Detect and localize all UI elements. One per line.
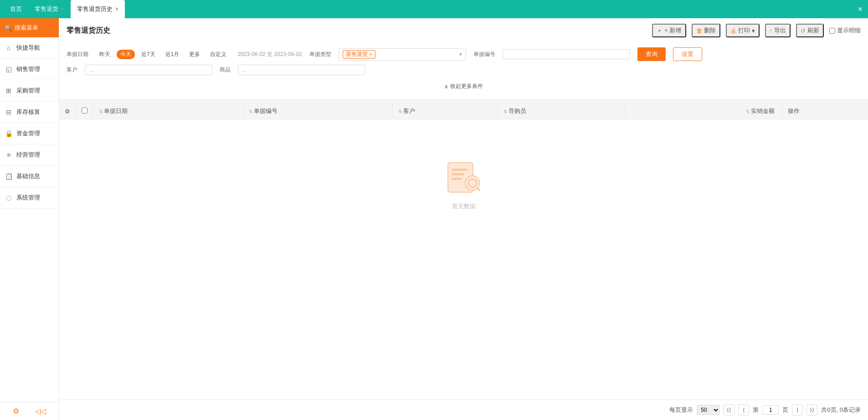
prev-page-btn[interactable]: ⟨ <box>738 405 749 415</box>
inventory-icon: ⊟ <box>5 108 13 116</box>
sidebar-item-finance[interactable]: 🔒 资金管理 <box>0 123 59 144</box>
select-all-checkbox[interactable] <box>82 108 87 113</box>
th-operation: 操作 <box>782 103 868 119</box>
bill-type-dropdown-icon: ▾ <box>459 51 462 57</box>
bill-type-remove[interactable]: × <box>370 51 372 57</box>
empty-icon <box>443 156 484 197</box>
sidebar-item-basic-info[interactable]: 📋 基础信息 <box>0 166 59 187</box>
top-bar: 首页 零售退货 × 零售退货历史 × × <box>0 0 868 18</box>
page-label: 第 <box>753 406 759 414</box>
first-page-btn[interactable]: ⟨⟨ <box>724 405 734 415</box>
svg-rect-2 <box>452 173 464 175</box>
date-btn-today[interactable]: 今天 <box>117 50 135 59</box>
date-btn-7days[interactable]: 近7天 <box>138 50 159 59</box>
bill-type-tag: 零售退货 × <box>343 50 375 59</box>
collapse-icon: ∧ <box>444 83 448 90</box>
add-button[interactable]: ＋ + 新增 <box>652 24 686 37</box>
sidebar-item-operations[interactable]: ≡ 经营管理 <box>0 144 59 166</box>
last-page-btn[interactable]: ⟩⟩ <box>806 405 817 415</box>
top-bar-close[interactable]: × <box>858 5 863 14</box>
sales-icon: ◱ <box>5 65 13 73</box>
tab-home[interactable]: 首页 <box>4 0 28 18</box>
page-summary: 共0页, 0条记录 <box>821 406 861 414</box>
delete-icon: 🗑 <box>696 27 702 34</box>
sidebar-item-sales[interactable]: ◱ 销售管理 <box>0 59 59 80</box>
sort-icon: ⇅ <box>99 109 103 114</box>
date-btn-yesterday[interactable]: 昨天 <box>96 50 114 59</box>
print-button[interactable]: 🖨 打印 ▾ <box>726 24 760 37</box>
print-dropdown-icon: ▾ <box>752 27 755 34</box>
search-icon: 🔍 <box>5 25 12 31</box>
date-btn-more[interactable]: 更多 <box>185 50 204 59</box>
customer-select[interactable]: ... <box>85 65 212 75</box>
query-button[interactable]: 查询 <box>637 47 666 61</box>
th-guide[interactable]: ⇅ 导购员 <box>498 103 626 119</box>
date-btn-1month[interactable]: 近1月 <box>162 50 183 59</box>
export-button[interactable]: ↑ 导出 <box>765 24 791 37</box>
th-bill-no[interactable]: ⇅ 单据编号 <box>243 103 393 119</box>
print-icon: 🖨 <box>730 27 736 34</box>
th-customer[interactable]: ⇅ 客户 <box>393 103 498 119</box>
export-icon: ↑ <box>770 27 773 34</box>
sort-icon: ⇅ <box>746 109 750 114</box>
svg-rect-1 <box>452 169 467 171</box>
finance-icon: 🔒 <box>5 129 13 138</box>
empty-text: 暂无数据 <box>452 202 476 210</box>
data-table: ⚙ ⇅ 单据日期 ⇅ <box>59 103 868 247</box>
goods-placeholder: ... <box>242 67 247 73</box>
table-wrapper: ⚙ ⇅ 单据日期 ⇅ <box>59 103 868 400</box>
goods-select[interactable]: ... <box>238 65 365 75</box>
th-settings[interactable]: ⚙ <box>59 103 76 119</box>
home-icon: ⌂ <box>5 44 13 52</box>
date-range: 2023-06-02 至 2023-06-02 <box>237 51 302 58</box>
page-unit: 页 <box>782 406 788 414</box>
sidebar-item-system[interactable]: ◌ 系统管理 <box>0 187 59 209</box>
show-detail-checkbox[interactable]: 显示明细 <box>829 26 861 35</box>
bill-type-label: 单据类型 <box>309 51 331 58</box>
page-header: 零售退货历史 ＋ + 新增 🗑 删除 🖨 打印 ▾ <box>59 18 868 100</box>
purchase-icon: ⊞ <box>5 87 13 95</box>
bill-type-select[interactable]: 零售退货 × ▾ <box>339 48 466 61</box>
collapse-button[interactable]: ∧ 收起更多条件 <box>439 81 488 92</box>
sidebar-item-quick-nav[interactable]: ⌂ 快捷导航 <box>0 37 59 59</box>
customer-placeholder: ... <box>89 67 94 73</box>
next-page-btn[interactable]: ⟩ <box>792 405 803 415</box>
setup-button[interactable]: 设置 <box>673 47 702 61</box>
sidebar-item-inventory[interactable]: ⊟ 库存核算 <box>0 102 59 123</box>
tab-retail-return-history[interactable]: 零售退货历史 × <box>71 0 125 18</box>
sidebar-search[interactable]: 🔍 搜索菜单 <box>0 18 59 37</box>
empty-state: 暂无数据 <box>59 119 868 247</box>
basic-info-icon: 📋 <box>5 172 13 180</box>
audio-icon[interactable]: ◁◁ <box>35 407 46 415</box>
refresh-icon: ↺ <box>801 27 806 34</box>
bill-no-input[interactable] <box>503 49 630 59</box>
pagination-bar: 每页显示 50 20 100 ⟨⟨ ⟨ 第 页 ⟩ ⟩⟩ 共0页, 0条记录 <box>59 400 868 420</box>
bill-no-label: 单据编号 <box>473 51 495 58</box>
delete-button[interactable]: 🗑 删除 <box>692 24 720 37</box>
refresh-button[interactable]: ↺ 刷新 <box>796 24 824 37</box>
th-checkbox[interactable] <box>76 103 93 119</box>
toolbar: ＋ + 新增 🗑 删除 🖨 打印 ▾ ↑ 导出 <box>652 24 861 37</box>
close-icon[interactable]: × <box>61 6 64 12</box>
customer-label: 客户 <box>67 66 77 74</box>
th-bill-date[interactable]: ⇅ 单据日期 <box>93 103 243 119</box>
sort-icon: ⇅ <box>503 109 507 114</box>
settings-bottom-icon[interactable]: ⚙ <box>13 407 19 415</box>
tab-retail-return[interactable]: 零售退货 × <box>28 0 71 18</box>
sidebar-item-purchase[interactable]: ⊞ 采购管理 <box>0 80 59 102</box>
sidebar-bottom: ⚙ ◁◁ <box>0 402 59 420</box>
close-icon[interactable]: × <box>115 6 118 12</box>
operations-icon: ≡ <box>5 151 13 159</box>
page-size-select[interactable]: 50 20 100 <box>697 405 720 415</box>
page-input[interactable] <box>762 405 779 415</box>
content-area: 零售退货历史 ＋ + 新增 🗑 删除 🖨 打印 ▾ <box>59 18 868 420</box>
system-icon: ◌ <box>5 194 13 202</box>
add-icon: ＋ <box>657 26 663 35</box>
th-actual-amount[interactable]: ⇅ 实销金额 <box>626 103 782 119</box>
date-filter-label: 单据日期 <box>67 51 88 58</box>
settings-icon[interactable]: ⚙ <box>65 108 70 115</box>
svg-line-6 <box>477 188 480 190</box>
date-btn-custom[interactable]: 自定义 <box>206 50 230 59</box>
sidebar: 🔍 搜索菜单 ⌂ 快捷导航 ◱ 销售管理 ⊞ 采购管理 ⊟ 库存核算 🔒 资金管… <box>0 18 59 420</box>
sort-icon: ⇅ <box>249 109 252 114</box>
